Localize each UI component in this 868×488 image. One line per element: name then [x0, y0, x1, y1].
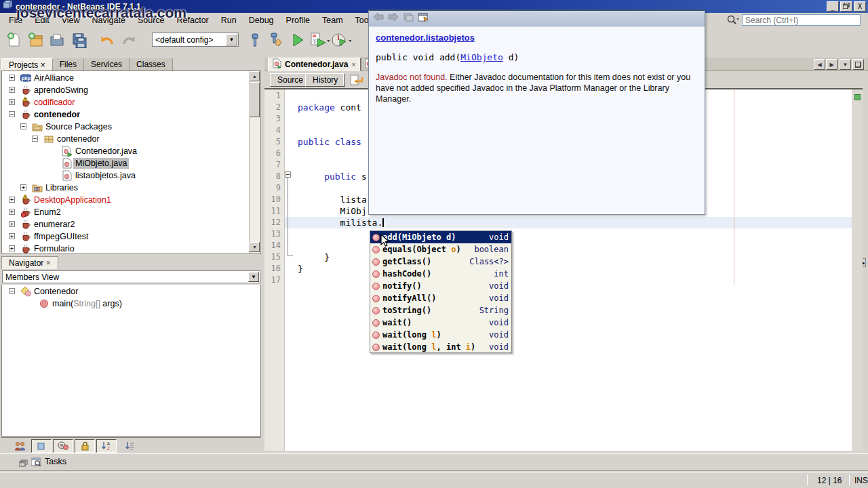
project-row-ffmpegguitest[interactable]: +ffmpegGUItest: [2, 230, 260, 243]
collapse-icon[interactable]: −: [9, 288, 15, 294]
projects-scrollbar[interactable]: ▲ ▼: [249, 71, 260, 253]
history-view-button[interactable]: History: [305, 73, 345, 87]
tab-classes[interactable]: Classes: [130, 58, 173, 70]
minimize-button[interactable]: _: [827, 1, 839, 12]
scroll-down-icon[interactable]: ▼: [250, 242, 260, 252]
tab-services[interactable]: Services: [84, 58, 130, 70]
tree-item-label[interactable]: ffmpegGUItest: [32, 231, 90, 242]
project-row-libraries[interactable]: +Libraries: [2, 182, 260, 194]
copy-icon[interactable]: [403, 12, 414, 24]
tab-list-icon[interactable]: ▼: [840, 59, 851, 70]
undo-button[interactable]: [97, 30, 117, 50]
menu-debug[interactable]: Debug: [243, 14, 280, 26]
profile-project-button[interactable]: [331, 30, 351, 50]
expand-icon[interactable]: +: [9, 75, 15, 81]
scroll-up-icon[interactable]: ▲: [250, 71, 260, 81]
sort-alphabetically-icon[interactable]: AZ: [96, 439, 117, 453]
completion-item-wait[interactable]: wait()void: [370, 317, 511, 329]
project-row-formulario[interactable]: +Formulario: [2, 243, 260, 254]
forward-icon[interactable]: [388, 12, 399, 24]
project-row-desktopapplication1[interactable]: +DesktopApplication1: [2, 194, 260, 206]
navigator-row-main-string-args[interactable]: main(String[] args): [2, 298, 260, 310]
project-row-contenedor[interactable]: −contenedor: [2, 108, 260, 121]
tree-item-label[interactable]: aprendoSwing: [32, 85, 90, 96]
expand-icon[interactable]: +: [9, 245, 15, 251]
collapse-icon[interactable]: −: [9, 111, 15, 117]
search-icon[interactable]: [724, 14, 742, 26]
tasks-label[interactable]: Tasks: [45, 457, 66, 466]
tree-item-label[interactable]: main(String[] args): [50, 298, 124, 309]
project-row-contenedor[interactable]: −contenedor: [2, 133, 260, 145]
sort-by-source-icon[interactable]: [122, 439, 138, 453]
open-project-button[interactable]: [47, 30, 68, 50]
expand-icon[interactable]: +: [9, 99, 15, 105]
redo-button[interactable]: [119, 30, 139, 50]
last-edit-icon[interactable]: [349, 73, 365, 87]
tree-item-label[interactable]: contenedor: [32, 109, 82, 120]
clean-build-button[interactable]: [266, 30, 286, 50]
combo-arrow-icon[interactable]: ▼: [226, 34, 237, 45]
restore-button[interactable]: [840, 1, 852, 12]
tree-item-label[interactable]: Contenedor: [32, 286, 80, 297]
project-row-contenedor-java[interactable]: Contenedor.java: [2, 145, 260, 157]
project-row-aprendoswing[interactable]: +aprendoSwing: [2, 84, 260, 96]
tree-item-label[interactable]: Source Packages: [43, 121, 114, 132]
back-icon[interactable]: [373, 12, 384, 24]
new-project-button[interactable]: [26, 30, 46, 50]
tree-item-label[interactable]: Formulario: [32, 243, 77, 254]
show-fields-icon[interactable]: [31, 439, 52, 453]
maximize-editor-icon[interactable]: [852, 59, 864, 70]
tree-item-label[interactable]: codificador: [32, 97, 77, 108]
fold-collapse-icon[interactable]: −: [285, 171, 291, 178]
expand-icon[interactable]: +: [9, 87, 15, 93]
restore-window-icon[interactable]: [19, 458, 28, 470]
run-project-button[interactable]: [288, 30, 308, 50]
tree-item-label[interactable]: AirAlliance: [32, 73, 76, 83]
expand-icon[interactable]: +: [9, 209, 15, 215]
collapse-icon[interactable]: −: [32, 136, 38, 142]
scroll-thumb[interactable]: [250, 82, 260, 117]
tree-item-label[interactable]: DesktopApplication1: [32, 195, 113, 205]
completion-item-hashcode[interactable]: hashCode()int: [370, 268, 511, 280]
error-stripe[interactable]: [852, 89, 863, 451]
project-row-miobjeto-java[interactable]: MiObjeto.java: [2, 157, 260, 169]
save-all-button[interactable]: [69, 30, 90, 50]
tab-navigator[interactable]: Navigator ×: [1, 256, 58, 269]
no-errors-badge[interactable]: [854, 94, 861, 100]
project-row-enumerar2[interactable]: +enumerar2: [2, 218, 260, 230]
project-row-enum2[interactable]: +Enum2: [2, 206, 260, 218]
completion-item-getclass[interactable]: getClass()Class<?>: [370, 256, 511, 268]
scroll-tabs-left-icon[interactable]: ◀: [814, 59, 825, 70]
menu-team[interactable]: Team: [316, 14, 349, 26]
completion-item-wait-long-l-int-i[interactable]: wait(long l, int i)void: [370, 341, 511, 353]
tree-item-label[interactable]: contenedor: [55, 134, 102, 144]
project-row-listaobjetos-java[interactable]: listaobjetos.java: [2, 169, 260, 182]
expand-icon[interactable]: +: [20, 184, 26, 190]
navigator-view-combobox[interactable]: Members View ▼: [2, 270, 260, 283]
tree-item-label[interactable]: MiObjeto.java: [73, 158, 129, 169]
collapse-icon[interactable]: −: [20, 123, 26, 129]
config-combobox[interactable]: <default config> ▼: [152, 33, 239, 47]
tab-files[interactable]: Files: [53, 58, 84, 70]
completion-item-notifyall[interactable]: notifyAll()void: [370, 292, 511, 304]
project-row-source-packages[interactable]: −Source Packages: [2, 121, 260, 133]
tree-item-label[interactable]: Contenedor.java: [73, 146, 139, 157]
close-icon[interactable]: ×: [46, 258, 51, 268]
open-in-browser-icon[interactable]: [418, 12, 429, 25]
completion-item-tostring[interactable]: toString()String: [370, 304, 511, 317]
completion-item-wait-long-l[interactable]: wait(long l)void: [370, 329, 511, 341]
tree-item-label[interactable]: enumerar2: [32, 219, 77, 230]
debug-project-button[interactable]: 3: [309, 30, 330, 50]
expand-icon[interactable]: +: [9, 221, 15, 227]
non-public-members-icon[interactable]: [75, 439, 95, 453]
menu-profile[interactable]: Profile: [280, 14, 316, 26]
navigator-row-contenedor[interactable]: −Contenedor: [2, 285, 260, 298]
tab-projects[interactable]: Projects ×: [1, 58, 53, 70]
code-line-12[interactable]: milista.: [285, 217, 852, 228]
project-row-airalliance[interactable]: +phpAirAlliance: [2, 72, 260, 84]
menu-run[interactable]: Run: [215, 14, 243, 26]
build-project-button[interactable]: [244, 30, 264, 50]
completion-item-notify[interactable]: notify()void: [370, 280, 511, 292]
tree-item-label[interactable]: Enum2: [32, 207, 63, 218]
close-button[interactable]: X: [854, 1, 866, 12]
